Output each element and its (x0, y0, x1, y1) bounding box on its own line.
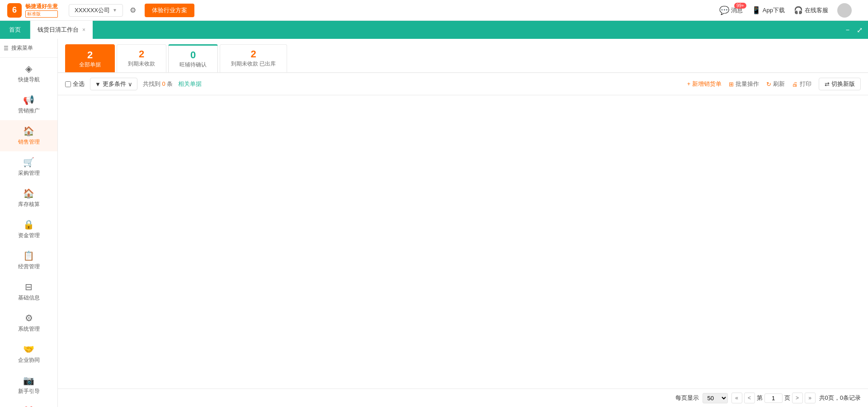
switch-icon: ⇄ (825, 81, 830, 88)
sidebar-item-app-center[interactable]: 🎁 应用中心 (0, 401, 57, 407)
stat-number-all: 2 (87, 49, 93, 61)
pagination: 每页显示 50 100 « < 第 页 > » 共0页，0条记录 (58, 388, 868, 407)
switch-btn[interactable]: ⇄ 切换新版 (819, 78, 861, 90)
stat-number-wangfu: 0 (190, 49, 196, 61)
stat-number-shipped: 2 (251, 48, 256, 60)
search-menu-icon: ☰ (4, 45, 9, 51)
sidebar-item-funds[interactable]: 🔒 资金管理 (0, 214, 57, 245)
stat-tab-shipped[interactable]: 2 到期未收款 已出库 (220, 44, 287, 72)
filter-btn[interactable]: ▼ 更多条件 ∨ (90, 78, 137, 90)
stat-label-wangfu: 旺辅待确认 (179, 61, 207, 69)
stat-tab-wangfu[interactable]: 0 旺辅待确认 (168, 44, 218, 72)
sidebar-item-label: 系统管理 (18, 325, 40, 333)
tab-bar-right: － ⤢ (844, 25, 868, 35)
per-page-select[interactable]: 50 100 (703, 393, 728, 403)
app-download[interactable]: 📱 App下载 (752, 6, 785, 14)
user-avatar[interactable] (837, 3, 852, 18)
online-service-icon: 🎧 (794, 6, 803, 14)
guide-icon: 📷 (23, 375, 34, 386)
refresh-icon: ↻ (766, 81, 771, 88)
sidebar-item-label: 基础信息 (18, 294, 40, 302)
sidebar-item-shortcuts[interactable]: ◈ 快捷导航 (0, 58, 57, 89)
tab-active[interactable]: 钱货日清工作台 × (30, 21, 93, 39)
stat-label-shipped: 到期未收款 已出库 (231, 60, 276, 68)
batch-icon: ⊞ (729, 81, 734, 88)
print-icon: 🖨 (792, 81, 798, 88)
stats-tabs: 2 全部单据 2 到期未收款 0 旺辅待确认 2 到期未收款 已出库 (58, 39, 868, 73)
notification-badge: 99+ (734, 3, 746, 9)
sidebar-item-basic[interactable]: ⊟ 基础信息 (0, 276, 57, 307)
table-area (58, 95, 868, 388)
sidebar-item-label: 销售管理 (18, 138, 40, 146)
purchase-icon: 🛒 (23, 157, 34, 168)
company-dropdown-arrow: ▼ (113, 8, 117, 13)
stat-tab-overdue[interactable]: 2 到期未收款 (117, 44, 166, 72)
toolbar-right: + 新增销货单 ⊞ 批量操作 ↻ 刷新 🖨 打印 ⇄ 切换新版 (687, 78, 861, 90)
enterprise-icon: 🤝 (23, 344, 34, 355)
sidebar-item-enterprise[interactable]: 🤝 企业协同 (0, 338, 57, 370)
stat-label-overdue: 到期未收款 (128, 60, 155, 68)
refresh-btn[interactable]: ↻ 刷新 (766, 80, 785, 88)
print-btn[interactable]: 🖨 打印 (792, 80, 811, 88)
page-input[interactable] (764, 393, 783, 403)
sidebar-item-label: 企业协同 (18, 356, 40, 364)
company-selector[interactable]: XXXXXX公司 ▼ (69, 4, 123, 17)
sales-icon: 🏠 (23, 126, 34, 136)
sidebar-search-menu[interactable]: ☰ 搜索菜单 (0, 39, 57, 58)
app-download-icon: 📱 (752, 6, 761, 14)
sidebar-item-operation[interactable]: 📋 经营管理 (0, 245, 57, 276)
logo-icon: 6 (7, 3, 22, 18)
experience-btn[interactable]: 体验行业方案 (145, 4, 194, 17)
batch-btn[interactable]: ⊞ 批量操作 (729, 80, 759, 88)
sidebar: ☰ 搜索菜单 ◈ 快捷导航 📢 营销推广 🏠 销售管理 🛒 采购管理 🏠 库存核… (0, 39, 58, 407)
found-link[interactable]: 相关单据 (178, 80, 202, 88)
sidebar-item-label: 营销推广 (18, 107, 40, 115)
select-all-checkbox[interactable]: 全选 (65, 80, 85, 88)
sidebar-item-marketing[interactable]: 📢 营销推广 (0, 89, 57, 120)
notification-area[interactable]: 💬 消息 99+ (719, 5, 743, 15)
sidebar-item-purchase[interactable]: 🛒 采购管理 (0, 151, 57, 182)
page-next-btn[interactable]: > (792, 393, 803, 403)
stat-number-overdue: 2 (139, 48, 144, 60)
sidebar-item-system[interactable]: ⚙ 系统管理 (0, 307, 57, 338)
sidebar-item-label: 经营管理 (18, 263, 40, 271)
tab-close-icon[interactable]: × (82, 27, 85, 33)
marketing-icon: 📢 (23, 94, 34, 105)
tab-home[interactable]: 首页 (0, 21, 30, 39)
sidebar-item-inventory[interactable]: 🏠 库存核算 (0, 182, 57, 214)
logo-text: 畅捷通好生意 标准版 (25, 3, 58, 18)
page-prev-btn[interactable]: < (744, 393, 755, 403)
settings-icon[interactable]: ⚙ (127, 4, 139, 17)
inventory-icon: 🏠 (23, 188, 34, 199)
sidebar-item-label: 资金管理 (18, 232, 40, 239)
select-all-input[interactable] (65, 81, 71, 87)
funds-icon: 🔒 (23, 219, 34, 230)
top-header: 6 畅捷通好生意 标准版 XXXXXX公司 ▼ ⚙ 体验行业方案 💬 消息 99… (0, 0, 868, 21)
basic-icon: ⊟ (25, 281, 33, 292)
page-nav: « < 第 页 > » (731, 393, 816, 403)
sidebar-item-sales[interactable]: 🏠 销售管理 (0, 120, 57, 151)
shortcuts-icon: ◈ (25, 63, 32, 74)
header-right: 💬 消息 99+ 📱 App下载 🎧 在线客服 (719, 3, 861, 18)
tab-minimize-icon[interactable]: － (844, 25, 851, 35)
logo-area: 6 畅捷通好生意 标准版 (7, 3, 65, 18)
system-icon: ⚙ (25, 313, 33, 323)
per-page-label: 每页显示 (675, 394, 699, 402)
main-layout: ☰ 搜索菜单 ◈ 快捷导航 📢 营销推广 🏠 销售管理 🛒 采购管理 🏠 库存核… (0, 39, 868, 407)
online-service[interactable]: 🎧 在线客服 (794, 6, 828, 14)
add-btn[interactable]: + 新增销货单 (687, 80, 722, 88)
tab-bar: 首页 钱货日清工作台 × － ⤢ (0, 21, 868, 39)
operation-icon: 📋 (23, 250, 34, 261)
sidebar-item-label: 新手引导 (18, 388, 40, 395)
page-first-btn[interactable]: « (731, 393, 742, 403)
found-count: 共找到 0 条 (143, 80, 173, 88)
content-area: 2 全部单据 2 到期未收款 0 旺辅待确认 2 到期未收款 已出库 全选 (58, 39, 868, 407)
sidebar-item-label: 库存核算 (18, 201, 40, 208)
filter-icon: ▼ (95, 81, 101, 88)
sidebar-item-guide[interactable]: 📷 新手引导 (0, 370, 57, 401)
stat-tab-all[interactable]: 2 全部单据 (65, 44, 115, 72)
tab-expand-icon[interactable]: ⤢ (857, 26, 863, 34)
notification-icon: 💬 (719, 5, 729, 15)
total-label: 共0页，0条记录 (819, 394, 861, 402)
page-last-btn[interactable]: » (805, 393, 816, 403)
